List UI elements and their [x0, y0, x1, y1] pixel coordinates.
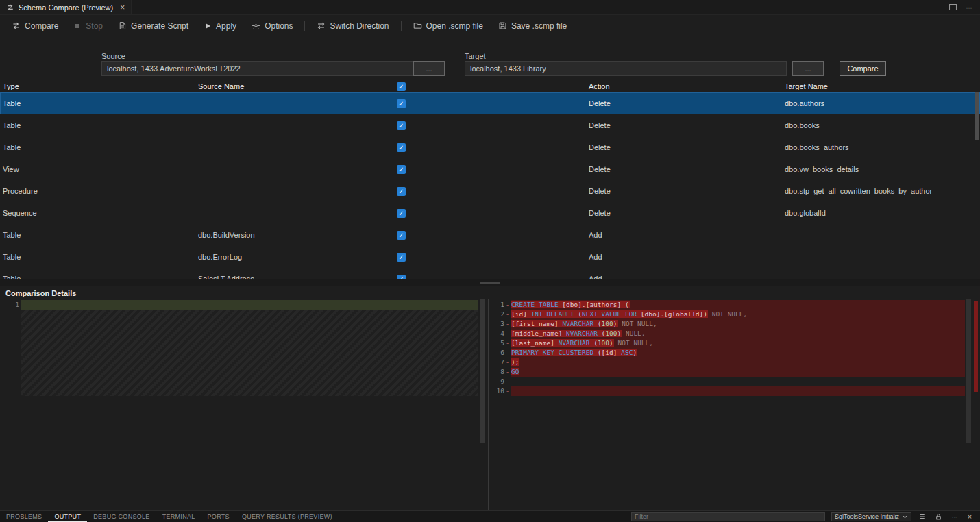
- toolbar-button-generate-script[interactable]: Generate Script: [110, 18, 196, 34]
- compare-button[interactable]: Compare: [840, 61, 886, 76]
- line-content: [21, 300, 478, 310]
- toolbar-button-label: Stop: [86, 21, 103, 31]
- toolbar-button-apply[interactable]: Apply: [196, 18, 244, 34]
- table-row[interactable]: Tabledbo.ErrorLog✓Add: [0, 246, 980, 268]
- source-input[interactable]: [101, 61, 413, 76]
- toolbar-button-label: Apply: [216, 21, 236, 31]
- target-browse-button[interactable]: ...: [792, 61, 824, 76]
- column-header-target-name[interactable]: Target Name: [782, 82, 980, 90]
- panel-tab-query-results-preview[interactable]: QUERY RESULTS (PREVIEW): [236, 511, 339, 522]
- splitter-sash[interactable]: [0, 279, 980, 286]
- header-rule: [83, 293, 975, 293]
- line-number: 1: [491, 300, 504, 310]
- diff-removed-marker: -: [504, 348, 511, 358]
- table-row[interactable]: Table✓Deletedbo.books_authors: [0, 136, 980, 158]
- toolbar-button-label: Generate Script: [131, 21, 188, 31]
- column-header-action[interactable]: Action: [586, 82, 782, 90]
- column-header-type[interactable]: Type: [0, 82, 195, 90]
- editor-tab-bar: Schema Compare (Preview) × ···: [0, 0, 980, 15]
- diff-right-scrollbar[interactable]: [966, 299, 971, 443]
- toolbar-separator: [401, 21, 402, 31]
- cell-action: Add: [586, 231, 782, 239]
- table-row[interactable]: Table✓Deletedbo.books: [0, 114, 980, 136]
- column-header-include: ✓: [394, 82, 586, 91]
- output-channel-select[interactable]: SqlToolsService Initializ: [831, 512, 911, 521]
- cell-include: ✓: [394, 253, 586, 262]
- tab-schema-compare[interactable]: Schema Compare (Preview) ×: [0, 0, 132, 14]
- cell-action: Delete: [586, 99, 782, 108]
- cell-target-name: dbo.authors: [782, 99, 980, 108]
- diff-right-line: 9: [491, 377, 965, 386]
- lock-auto-scroll-icon[interactable]: [933, 512, 943, 521]
- panel-tab-ports[interactable]: PORTS: [201, 511, 236, 522]
- editor-actions: ···: [948, 0, 980, 14]
- line-number: 10: [491, 386, 504, 396]
- cell-action: Delete: [586, 121, 782, 129]
- close-tab-icon[interactable]: ×: [120, 3, 125, 12]
- cell-type: Table: [0, 253, 195, 261]
- include-checkbox[interactable]: ✓: [397, 253, 406, 262]
- diff-pane-divider: [488, 299, 489, 510]
- diff-removed-marker: -: [504, 386, 511, 396]
- target-input[interactable]: [465, 61, 787, 76]
- table-row[interactable]: View✓Deletedbo.vw_books_details: [0, 158, 980, 180]
- panel-tab-output[interactable]: OUTPUT: [48, 511, 87, 522]
- table-row[interactable]: Tabledbo.BuildVersion✓Add: [0, 224, 980, 246]
- diff-left-pane: 1: [12, 300, 478, 510]
- include-checkbox[interactable]: ✓: [397, 209, 406, 218]
- options-icon: [252, 21, 260, 30]
- cell-source-name: dbo.BuildVersion: [195, 231, 394, 239]
- include-checkbox[interactable]: ✓: [397, 187, 406, 196]
- cell-target-name: dbo.vw_books_details: [782, 165, 980, 173]
- line-content: [last_name] NVARCHAR (100) NOT NULL,: [511, 338, 965, 348]
- split-editor-icon[interactable]: [948, 3, 957, 12]
- toolbar-button-open-scmp-file[interactable]: Open .scmp file: [406, 18, 491, 34]
- toolbar-button-options[interactable]: Options: [244, 18, 300, 34]
- diff-removed-marker: -: [504, 358, 511, 367]
- column-header-source-name[interactable]: Source Name: [195, 82, 394, 90]
- include-checkbox[interactable]: ✓: [397, 231, 406, 240]
- cell-target-name: dbo.books: [782, 121, 980, 129]
- line-content: [511, 386, 965, 396]
- toolbar-button-save-scmp-file[interactable]: Save .scmp file: [491, 18, 574, 34]
- table-row[interactable]: Sequence✓Deletedbo.globalId: [0, 202, 980, 224]
- table-row[interactable]: TableSalesLT.Address✓Add: [0, 268, 980, 279]
- panel-tab-problems[interactable]: PROBLEMS: [0, 511, 48, 522]
- script-icon: [118, 21, 127, 30]
- more-actions-icon[interactable]: ···: [949, 512, 959, 521]
- diff-right-line: 5-[last_name] NVARCHAR (100) NOT NULL,: [491, 338, 965, 348]
- connection-panel: Source ... Target ... Compare: [0, 36, 980, 80]
- diff-removed-marker: -: [504, 367, 511, 377]
- table-row[interactable]: Procedure✓Deletedbo.stp_get_all_cowritte…: [0, 180, 980, 202]
- close-panel-icon[interactable]: ×: [965, 512, 975, 521]
- table-row[interactable]: Table✓Deletedbo.authors: [0, 92, 980, 114]
- toolbar-button-label: Options: [265, 21, 293, 31]
- switch-direction-icon: [317, 21, 326, 30]
- views-icon[interactable]: [918, 512, 927, 521]
- select-all-checkbox[interactable]: ✓: [397, 82, 406, 91]
- include-checkbox[interactable]: ✓: [397, 99, 406, 108]
- cell-action: Delete: [586, 209, 782, 217]
- include-checkbox[interactable]: ✓: [397, 165, 406, 174]
- cell-include: ✓: [394, 209, 586, 218]
- splitter-grip[interactable]: [480, 282, 500, 284]
- cell-type: View: [0, 165, 195, 173]
- toolbar-button-switch-direction[interactable]: Switch Direction: [309, 18, 396, 34]
- toolbar-button-compare[interactable]: Compare: [4, 18, 66, 34]
- output-channel-label: SqlToolsService Initializ: [835, 513, 899, 520]
- diff-left-scrollbar[interactable]: [480, 299, 485, 443]
- panel-tab-terminal[interactable]: TERMINAL: [156, 511, 201, 522]
- line-content: [middle_name] NVARCHAR (100) NULL,: [511, 329, 965, 338]
- source-browse-button[interactable]: ...: [413, 61, 445, 76]
- toolbar: CompareStopGenerate ScriptApplyOptionsSw…: [0, 15, 980, 36]
- include-checkbox[interactable]: ✓: [397, 121, 406, 130]
- include-checkbox[interactable]: ✓: [397, 143, 406, 152]
- compare-icon: [12, 21, 21, 30]
- grid-scrollbar[interactable]: [975, 92, 979, 140]
- save-file-icon: [498, 21, 507, 30]
- line-content: [id] INT DEFAULT (NEXT VALUE FOR [dbo].[…: [511, 310, 965, 319]
- panel-tab-debug-console[interactable]: DEBUG CONSOLE: [87, 511, 156, 522]
- output-filter-input[interactable]: [631, 512, 825, 521]
- comparison-details-section: Comparison Details 1 1-CREATE TABLE [dbo…: [0, 286, 980, 510]
- diff-removed-marker: -: [504, 300, 511, 310]
